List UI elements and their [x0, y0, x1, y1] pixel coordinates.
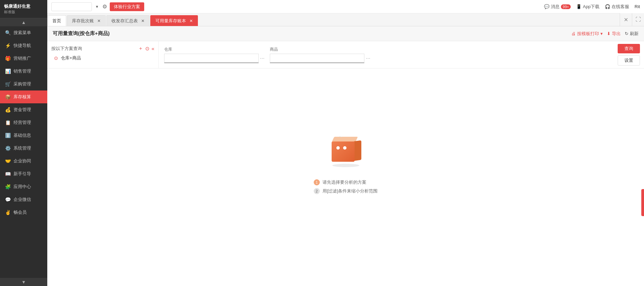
print-icon: 🖨 [571, 31, 576, 36]
print-label: 按模板打印 [577, 31, 599, 37]
tab-home-label: 首页 [52, 18, 61, 24]
query-right-panel: 仓库 ··· 商品 ··· [159, 41, 614, 68]
sidebar-item-system[interactable]: ⚙️ 系统管理 [0, 142, 47, 155]
scheme-settings-icon[interactable]: ⊙ [145, 46, 150, 52]
hint-2: 2 用[过滤]条件来缩小分析范围 [314, 188, 378, 194]
sidebar-item-marketing[interactable]: 🎁 营销推广 [0, 52, 47, 65]
industry-btn[interactable]: 体验行业方案 [110, 2, 144, 11]
basic-info-icon: ℹ️ [5, 132, 11, 138]
tab-batch-account[interactable]: 库存批次账 ✕ [67, 15, 106, 26]
empty-hints: 1 请先选择要分析的方案 2 用[过滤]条件来缩小分析范围 [314, 179, 378, 194]
empty-illustration: ~ [326, 133, 366, 174]
setting-btn[interactable]: 设置 [618, 55, 640, 66]
sidebar-item-collab[interactable]: 🤝 企业协同 [0, 155, 47, 167]
hint-num-1: 1 [314, 179, 320, 185]
hint-1: 1 请先选择要分析的方案 [314, 179, 378, 185]
export-action[interactable]: ⬇ 导出 [607, 31, 621, 37]
user-label: Rit [635, 4, 640, 9]
empty-state: ~ 1 请先选择要分析的方案 2 用[过滤]条件来缩小分析范围 [47, 69, 644, 286]
tab-batch-account-close[interactable]: ✕ [97, 19, 101, 23]
app-download-btn[interactable]: 📱 App下载 [576, 4, 599, 10]
sidebar-scroll-down[interactable]: ▼ [0, 278, 47, 286]
collapse-icon[interactable]: « [152, 46, 154, 51]
user-menu[interactable]: Rit [635, 4, 640, 9]
add-scheme-icon[interactable]: ＋ [138, 45, 143, 52]
message-badge: 99+ [561, 4, 571, 9]
finance-icon: 💰 [5, 107, 11, 113]
print-dropdown-icon[interactable]: ▾ [600, 31, 603, 36]
topbar-left: ▾ ⚙ 体验行业方案 [51, 2, 144, 11]
page-title: 可用量查询(按仓库+商品) [53, 30, 110, 37]
warehouse-more-icon[interactable]: ··· [260, 55, 264, 61]
filter-product: 商品 ··· [270, 47, 370, 63]
search-icon: 🔍 [5, 30, 11, 36]
tab-home[interactable]: 首页 [47, 15, 66, 26]
sidebar-item-guide[interactable]: 📖 新手引导 [0, 167, 47, 180]
sidebar-item-quicknav[interactable]: ⚡ 快捷导航 [0, 39, 47, 52]
system-icon: ⚙️ [5, 145, 11, 151]
option-icon: ⊙ [54, 55, 58, 61]
scroll-handle[interactable] [641, 189, 644, 216]
guide-icon: 📖 [5, 171, 11, 177]
sidebar-header: 畅康通好生意 标准版 [0, 0, 47, 18]
sidebar: 畅康通好生意 标准版 ▲ 🔍 搜索菜单 ⚡ 快捷导航 🎁 营销推广 📊 销售管理… [0, 0, 47, 286]
sidebar-item-member[interactable]: ✌️ 畅会员 [0, 206, 47, 219]
tabs-right-controls: ✕ ⛶ [620, 13, 644, 26]
appstore-icon: 🧩 [5, 184, 11, 190]
marketing-icon: 🎁 [5, 55, 11, 61]
tab-summary-close[interactable]: ✕ [141, 19, 145, 23]
export-icon: ⬇ [607, 31, 611, 36]
topbar-gear-icon[interactable]: ⚙ [102, 3, 107, 10]
purchase-icon: 🛒 [5, 81, 11, 87]
brand-edition: 标准版 [4, 9, 43, 15]
topbar-dropdown-btn[interactable]: ▾ [95, 4, 100, 9]
filter-product-label: 商品 [270, 47, 370, 52]
sidebar-item-wechat[interactable]: 💬 企业微信 [0, 193, 47, 206]
topbar-search-input[interactable] [51, 2, 92, 11]
query-scheme-label: 按以下方案查询 [51, 46, 136, 52]
sales-icon: 📊 [5, 68, 11, 74]
app-icon: 📱 [576, 4, 582, 9]
sidebar-item-operations[interactable]: 📋 经营管理 [0, 116, 47, 129]
refresh-icon: ↻ [625, 31, 628, 36]
member-icon: ✌️ [5, 209, 11, 215]
page-header-actions: 🖨 按模板打印 ▾ ⬇ 导出 ↻ 刷新 [571, 31, 639, 37]
tab-available-inventory-close[interactable]: ✕ [189, 19, 193, 23]
query-btn[interactable]: 查询 [618, 44, 640, 53]
sidebar-item-inventory[interactable]: 📦 库存核算 [0, 90, 47, 103]
brand-name: 畅康通好生意 [4, 3, 43, 9]
tab-close-btn[interactable]: ✕ [620, 13, 632, 26]
sidebar-nav: 🔍 搜索菜单 ⚡ 快捷导航 🎁 营销推广 📊 销售管理 🛒 采购管理 📦 库存核… [0, 26, 47, 278]
product-more-icon[interactable]: ··· [366, 55, 370, 61]
sidebar-scroll-up[interactable]: ▲ [0, 18, 47, 26]
tab-summary[interactable]: 收发存汇总表 ✕ [106, 15, 150, 26]
refresh-action[interactable]: ↻ 刷新 [625, 31, 639, 37]
print-action[interactable]: 🖨 按模板打印 ▾ [571, 31, 603, 37]
app-label: App下载 [583, 4, 599, 10]
page-header: 可用量查询(按仓库+商品) 🖨 按模板打印 ▾ ⬇ 导出 ↻ 刷新 [47, 26, 644, 41]
hint-text-2: 用[过滤]条件来缩小分析范围 [323, 188, 378, 194]
quicknav-icon: ⚡ [5, 43, 11, 49]
filter-warehouse-input[interactable] [164, 54, 259, 63]
operations-icon: 📋 [5, 120, 11, 126]
tab-expand-btn[interactable]: ⛶ [632, 13, 644, 26]
inventory-icon: 📦 [5, 94, 11, 100]
sidebar-item-purchase[interactable]: 🛒 采购管理 [0, 78, 47, 90]
online-service-btn[interactable]: 🎧 在线客服 [605, 4, 629, 10]
sidebar-item-sales[interactable]: 📊 销售管理 [0, 65, 47, 78]
content-area: 可用量查询(按仓库+商品) 🖨 按模板打印 ▾ ⬇ 导出 ↻ 刷新 [47, 26, 644, 286]
sidebar-item-search[interactable]: 🔍 搜索菜单 [0, 26, 47, 39]
sidebar-item-finance[interactable]: 💰 资金管理 [0, 103, 47, 116]
message-btn[interactable]: 💬 消息 99+ [544, 4, 571, 10]
sidebar-item-basic-info[interactable]: ℹ️ 基础信息 [0, 129, 47, 142]
tabs-bar: 首页 库存批次账 ✕ 收发存汇总表 ✕ 可用量库存账本 ✕ ✕ ⛶ [47, 14, 644, 26]
tab-available-inventory[interactable]: 可用量库存账本 ✕ [150, 15, 198, 26]
filter-product-input[interactable] [270, 54, 364, 63]
query-area: 按以下方案查询 ＋ ⊙ « ⊙ 仓库+商品 仓库 [47, 41, 644, 69]
query-option-warehouse-product[interactable]: ⊙ 仓库+商品 [47, 53, 158, 63]
message-label: 消息 [551, 4, 560, 10]
query-panel: 按以下方案查询 ＋ ⊙ « ⊙ 仓库+商品 仓库 [47, 41, 644, 68]
service-icon: 🎧 [605, 4, 610, 9]
sidebar-item-appstore[interactable]: 🧩 应用中心 [0, 180, 47, 193]
tab-summary-label: 收发存汇总表 [111, 18, 138, 24]
